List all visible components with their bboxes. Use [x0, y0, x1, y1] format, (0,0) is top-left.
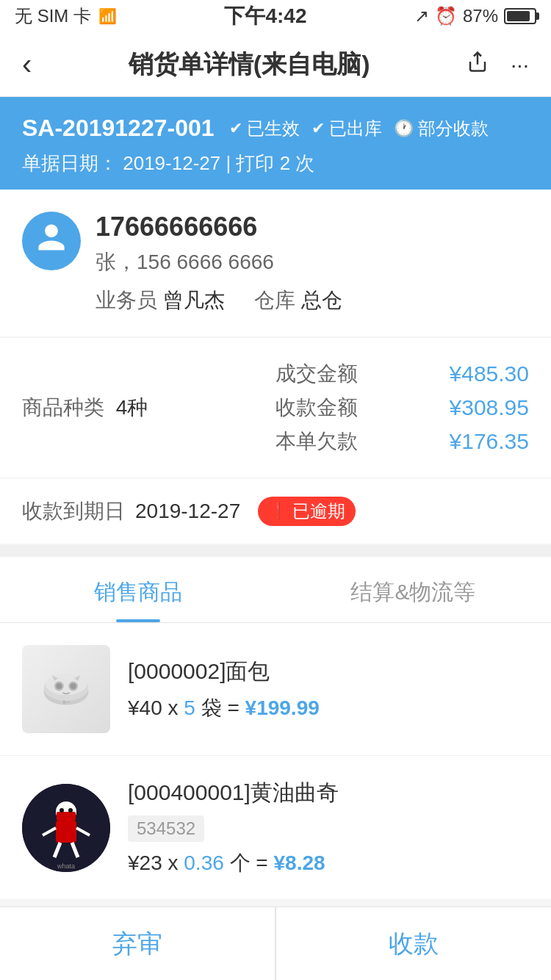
- debt-value: ¥176.35: [450, 429, 529, 454]
- svg-point-6: [56, 683, 62, 689]
- section-divider: [0, 545, 551, 557]
- product-kind-value: 4种: [116, 396, 148, 419]
- wifi-icon: 📶: [98, 7, 117, 25]
- badge-partial: 🕐 部分收款: [394, 117, 489, 140]
- badge-shipped: ✔ 已出库: [311, 117, 382, 140]
- header-date-info: 单据日期： 2019-12-27 | 打印 2 次: [22, 151, 529, 176]
- product-thumb-bread: 鲁+: [22, 645, 110, 733]
- share-button[interactable]: [467, 51, 489, 78]
- collected-label: 收款金额: [276, 394, 358, 422]
- collected-value: ¥308.95: [450, 395, 529, 420]
- svg-point-3: [46, 674, 87, 695]
- nav-actions: ···: [467, 51, 529, 78]
- reject-button[interactable]: 弃审: [0, 907, 275, 980]
- location-icon: ↗: [414, 6, 429, 26]
- product-info-cookie: [000400001]黄油曲奇 534532 ¥23 x 0.36 个 = ¥8…: [128, 778, 529, 877]
- customer-info: 17666666666 张，156 6666 6666 业务员 曾凡杰 仓库 总…: [96, 212, 529, 314]
- product-name-cookie: [000400001]黄油曲奇: [128, 778, 529, 808]
- total-cookie: ¥8.28: [273, 851, 325, 874]
- debt-row: 本单欠款 ¥176.35: [276, 428, 529, 455]
- product-name-bread: [0000002]面包: [128, 657, 529, 687]
- customer-id: 17666666666: [96, 212, 529, 242]
- svg-text:whata: whata: [57, 862, 75, 870]
- header-banner: SA-20191227-001 ✔ 已生效 ✔ 已出库 🕐 部分收款 单据日期：…: [0, 97, 551, 190]
- status-time: 下午4:42: [224, 2, 306, 30]
- clock-icon: 🕐: [394, 119, 414, 138]
- product-price-bread: ¥40 x 5 袋 = ¥199.99: [128, 694, 529, 722]
- price-x-bread: x: [168, 696, 184, 719]
- check-icon-1: ✔: [229, 119, 242, 138]
- nav-bar: ‹ 销货单详情(来自电脑) ···: [0, 32, 551, 97]
- status-left: 无 SIM 卡 📶: [15, 4, 117, 28]
- svg-point-17: [60, 808, 64, 813]
- salesperson-value: 曾凡杰: [163, 287, 225, 314]
- customer-name: 张，156 6666 6666: [96, 248, 529, 276]
- amount-label: 成交金额: [276, 360, 358, 388]
- status-badges: ✔ 已生效 ✔ 已出库 🕐 部分收款: [229, 117, 489, 140]
- order-id: SA-20191227-001: [22, 115, 215, 142]
- nav-title: 销货单详情(来自电脑): [32, 48, 467, 82]
- customer-meta: 业务员 曾凡杰 仓库 总仓: [96, 287, 529, 314]
- product-item-bread: 鲁+ [0000002]面包 ¥40 x 5 袋 = ¥199.99: [0, 623, 551, 756]
- stats-section: 商品种类 4种 成交金额 ¥485.30 收款金额 ¥308.95 本单欠款 ¥…: [0, 338, 551, 478]
- stats-right: 成交金额 ¥485.30 收款金额 ¥308.95 本单欠款 ¥176.35: [276, 360, 529, 455]
- product-batch-cookie: 534532: [128, 815, 204, 842]
- price-x-cookie: x: [168, 851, 184, 874]
- customer-section: 17666666666 张，156 6666 6666 业务员 曾凡杰 仓库 总…: [0, 190, 551, 336]
- product-kind-row: 商品种类 4种: [22, 394, 276, 422]
- svg-rect-13: [56, 821, 76, 843]
- due-date-value: 2019-12-27: [135, 500, 240, 523]
- tab-settlement[interactable]: 结算&物流等: [276, 557, 551, 622]
- price-base-bread: ¥40: [128, 696, 162, 719]
- due-date-label: 收款到期日: [22, 497, 125, 525]
- warehouse-item: 仓库 总仓: [254, 287, 342, 314]
- battery-text: 87%: [463, 6, 498, 26]
- amount-row: 成交金额 ¥485.30: [276, 360, 529, 388]
- header-top: SA-20191227-001 ✔ 已生效 ✔ 已出库 🕐 部分收款: [22, 115, 529, 142]
- product-price-cookie: ¥23 x 0.36 个 = ¥8.28: [128, 849, 529, 877]
- back-button[interactable]: ‹: [22, 48, 32, 81]
- overdue-text: 已逾期: [292, 500, 345, 523]
- svg-point-18: [68, 808, 73, 813]
- warehouse-value: 总仓: [301, 287, 342, 314]
- avatar-icon: [35, 221, 68, 261]
- overdue-icon: ❗: [268, 502, 288, 521]
- amount-value: ¥485.30: [450, 361, 529, 386]
- product-kind-label: 商品种类: [22, 396, 104, 419]
- badge-effective: ✔ 已生效: [229, 117, 300, 140]
- total-bread: ¥199.99: [245, 696, 320, 719]
- unit-cookie: 个: [230, 851, 251, 874]
- svg-rect-16: [57, 812, 76, 821]
- qty-cookie: 0.36: [184, 851, 224, 874]
- salesperson-label: 业务员: [96, 287, 157, 314]
- due-section: 收款到期日 2019-12-27 ❗ 已逾期: [0, 479, 551, 544]
- tabs: 销售商品 结算&物流等: [0, 557, 551, 623]
- bottom-bar: 弃审 收款: [0, 907, 551, 980]
- collected-row: 收款金额 ¥308.95: [276, 394, 529, 422]
- price-base-cookie: ¥23: [128, 851, 162, 874]
- svg-point-7: [71, 683, 76, 689]
- check-icon-2: ✔: [311, 119, 325, 138]
- equals-bread: =: [227, 696, 245, 719]
- svg-text:鲁+: 鲁+: [62, 699, 70, 705]
- product-info-bread: [0000002]面包 ¥40 x 5 袋 = ¥199.99: [128, 657, 529, 722]
- alarm-icon: ⏰: [435, 6, 457, 26]
- product-item-cookie: whata [000400001]黄油曲奇 534532 ¥23 x 0.36 …: [0, 756, 551, 900]
- battery-fill: [507, 11, 530, 21]
- qty-bread: 5: [184, 696, 195, 719]
- unit-bread: 袋: [201, 696, 222, 719]
- overdue-badge: ❗ 已逾期: [258, 497, 356, 526]
- more-button[interactable]: ···: [511, 52, 529, 77]
- status-bar: 无 SIM 卡 📶 下午4:42 ↗ ⏰ 87%: [0, 0, 551, 32]
- status-right: ↗ ⏰ 87%: [414, 6, 536, 26]
- warehouse-label: 仓库: [254, 287, 295, 314]
- stats-left: 商品种类 4种: [22, 394, 276, 422]
- salesperson-item: 业务员 曾凡杰: [96, 287, 225, 314]
- product-list: 鲁+ [0000002]面包 ¥40 x 5 袋 = ¥199.99: [0, 623, 551, 900]
- carrier-text: 无 SIM 卡: [15, 4, 91, 28]
- equals-cookie: =: [256, 851, 273, 874]
- debt-label: 本单欠款: [276, 428, 358, 455]
- collect-button[interactable]: 收款: [276, 907, 551, 980]
- tab-products[interactable]: 销售商品: [0, 557, 276, 622]
- battery-bar: [504, 8, 536, 24]
